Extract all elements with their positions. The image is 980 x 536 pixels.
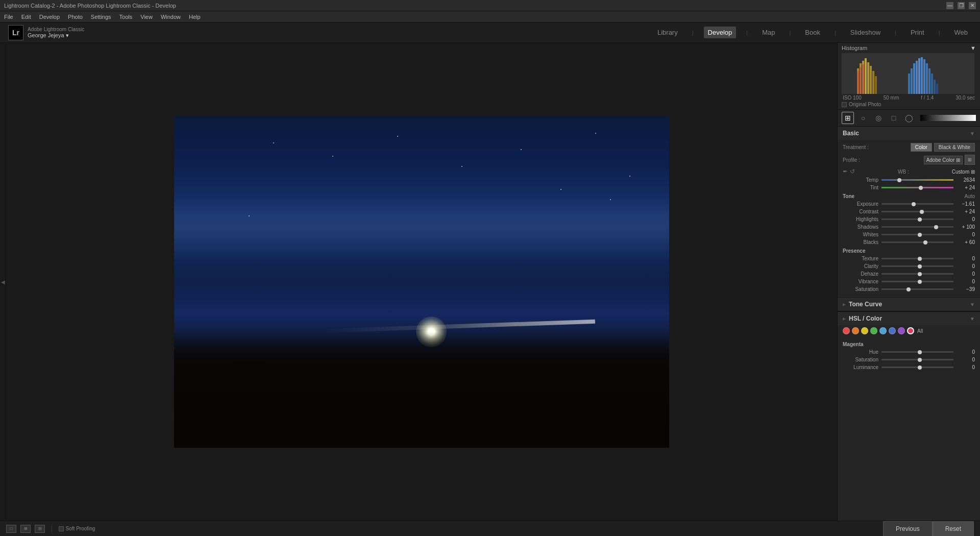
color-dot-purple[interactable] (898, 327, 905, 334)
hsl-toggle[interactable]: ▼ (970, 316, 975, 322)
eyedropper-icon[interactable]: ✒ (843, 168, 848, 175)
clarity-slider-thumb[interactable] (918, 264, 922, 269)
tint-slider-track[interactable] (881, 187, 953, 188)
tone-curve-section[interactable]: ▶ Tone Curve ▼ (838, 298, 980, 311)
clarity-slider-track[interactable] (881, 265, 953, 267)
nav-develop[interactable]: Develop (704, 27, 737, 38)
menu-window[interactable]: Window (161, 14, 181, 20)
menu-tools[interactable]: Tools (119, 14, 133, 20)
clarity-value[interactable]: 0 (957, 263, 975, 269)
hsl-hue-slider-thumb[interactable] (918, 350, 922, 354)
color-dot-aqua[interactable] (879, 327, 887, 334)
compare-view-btn[interactable]: ⊞ (20, 525, 31, 533)
lr-user[interactable]: George Jejeya ▾ (28, 32, 84, 39)
menu-help[interactable]: Help (189, 14, 201, 20)
minimize-button[interactable]: — (946, 2, 953, 9)
exposure-slider-track[interactable] (881, 203, 953, 205)
vibrance-slider-thumb[interactable] (918, 280, 922, 284)
hsl-saturation-slider-thumb[interactable] (918, 358, 922, 362)
crop-tool[interactable]: ⊞ (842, 112, 854, 124)
restore-button[interactable]: ❐ (958, 2, 965, 9)
saturation-slider-thumb[interactable] (906, 287, 911, 291)
highlights-slider-thumb[interactable] (918, 217, 922, 222)
shadows-slider-thumb[interactable] (934, 225, 938, 229)
hsl-hue-value[interactable]: 0 (957, 349, 975, 355)
histogram-expand-icon[interactable]: ▼ (970, 45, 976, 51)
highlights-value[interactable]: 0 (957, 216, 975, 222)
bw-treatment-btn[interactable]: Black & White (934, 143, 975, 152)
close-button[interactable]: ✕ (969, 2, 976, 9)
hsl-luminance-slider-track[interactable] (881, 367, 953, 368)
whites-value[interactable]: 0 (957, 232, 975, 237)
dehaze-slider-thumb[interactable] (918, 272, 922, 276)
temp-slider-thumb[interactable] (897, 178, 901, 182)
nav-web[interactable]: Web (950, 27, 972, 38)
hsl-saturation-value[interactable]: 0 (957, 357, 975, 362)
menu-view[interactable]: View (140, 14, 153, 20)
soft-proofing-checkbox[interactable] (59, 526, 64, 531)
temp-slider-track[interactable] (881, 179, 953, 181)
wb-value[interactable]: Custom ⊞ (952, 169, 975, 175)
hsl-luminance-value[interactable]: 0 (957, 364, 975, 370)
blacks-value[interactable]: + 60 (957, 239, 975, 245)
survey-view-btn[interactable]: ⊟ (35, 525, 45, 533)
profile-grid-btn[interactable]: ⊞ (965, 155, 975, 165)
hsl-saturation-slider-track[interactable] (881, 359, 953, 360)
color-dot-blue[interactable] (889, 327, 896, 334)
whites-slider-thumb[interactable] (918, 233, 922, 237)
tint-value[interactable]: + 24 (957, 185, 975, 190)
highlights-slider-track[interactable] (881, 218, 953, 220)
radial-filter-tool[interactable]: ◯ (903, 112, 915, 124)
original-photo-checkbox[interactable] (842, 102, 847, 107)
single-view-btn[interactable]: □ (6, 525, 16, 533)
color-dot-green[interactable] (870, 327, 877, 334)
color-dot-magenta[interactable] (907, 327, 914, 334)
nav-print[interactable]: Print (906, 27, 928, 38)
shadows-value[interactable]: + 100 (957, 224, 975, 230)
basic-section-toggle[interactable]: ▼ (970, 131, 975, 136)
contrast-slider-thumb[interactable] (920, 210, 924, 214)
blacks-slider-track[interactable] (881, 241, 953, 243)
redeye-tool[interactable]: ◎ (872, 112, 885, 124)
menu-file[interactable]: File (4, 14, 13, 20)
left-panel[interactable]: ◀ (0, 43, 6, 521)
temp-value[interactable]: 2634 (957, 177, 975, 183)
tone-curve-toggle[interactable]: ▼ (970, 302, 975, 307)
color-treatment-btn[interactable]: Color (911, 143, 932, 152)
vibrance-value[interactable]: 0 (957, 279, 975, 284)
reset-button[interactable]: Reset (933, 521, 974, 537)
profile-select[interactable]: Adobe Color ⊞ (924, 156, 963, 164)
tone-auto-btn[interactable]: Auto (964, 193, 975, 199)
vibrance-slider-track[interactable] (881, 281, 953, 282)
exposure-value[interactable]: −1.61 (957, 201, 975, 207)
blacks-slider-thumb[interactable] (923, 240, 927, 245)
tint-slider-thumb[interactable] (919, 186, 923, 190)
exposure-slider-thumb[interactable] (912, 202, 916, 206)
contrast-value[interactable]: + 24 (957, 209, 975, 214)
saturation-slider-track[interactable] (881, 288, 953, 290)
menu-edit[interactable]: Edit (21, 14, 31, 20)
texture-value[interactable]: 0 (957, 256, 975, 261)
texture-slider-track[interactable] (881, 258, 953, 259)
wb-reset-icon[interactable]: ↺ (850, 168, 855, 175)
menu-photo[interactable]: Photo (68, 14, 83, 20)
contrast-slider-track[interactable] (881, 211, 953, 212)
color-dot-yellow[interactable] (861, 327, 868, 334)
whites-slider-track[interactable] (881, 234, 953, 235)
hsl-color-section[interactable]: ▶ HSL / Color ▼ (838, 311, 980, 325)
menu-settings[interactable]: Settings (91, 14, 111, 20)
shadows-slider-track[interactable] (881, 226, 953, 228)
dehaze-value[interactable]: 0 (957, 271, 975, 277)
texture-slider-thumb[interactable] (918, 257, 922, 261)
nav-book[interactable]: Book (801, 27, 824, 38)
previous-button[interactable]: Previous (883, 521, 933, 537)
color-dot-orange[interactable] (852, 327, 859, 334)
heal-tool[interactable]: ○ (857, 112, 869, 124)
hsl-luminance-slider-thumb[interactable] (918, 366, 922, 370)
color-dot-red[interactable] (843, 327, 850, 334)
graduated-filter-tool[interactable]: □ (888, 112, 900, 124)
nav-map[interactable]: Map (758, 27, 779, 38)
nav-slideshow[interactable]: Slideshow (846, 27, 885, 38)
saturation-value[interactable]: −39 (957, 286, 975, 292)
hsl-hue-slider-track[interactable] (881, 351, 953, 353)
